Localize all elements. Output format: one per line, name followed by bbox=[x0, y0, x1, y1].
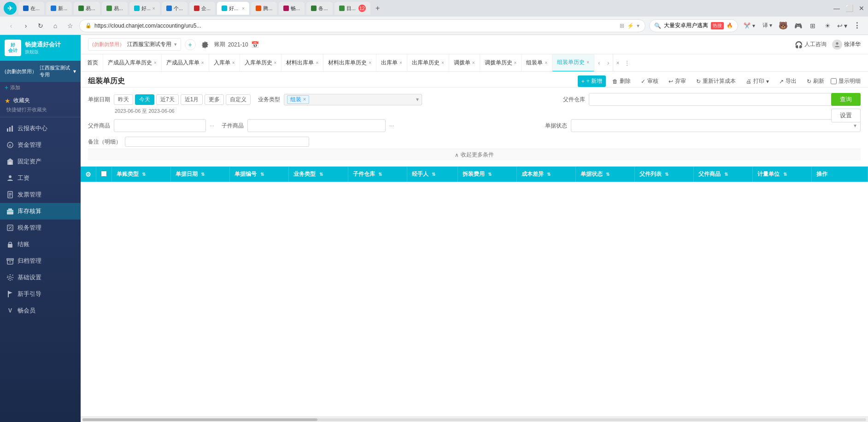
topnav-next[interactable]: › bbox=[604, 54, 613, 72]
th-handler[interactable]: 经手人 ⇅ bbox=[407, 167, 457, 182]
column-settings-icon[interactable]: ⚙ bbox=[85, 171, 91, 178]
tab-11[interactable]: 各... bbox=[306, 2, 332, 15]
select-all-checkbox[interactable] bbox=[101, 171, 107, 177]
tab-1[interactable]: 在... bbox=[18, 2, 44, 15]
forward-button[interactable]: › bbox=[20, 20, 31, 31]
topnav-close-12[interactable]: × bbox=[586, 60, 589, 65]
topnav-prev[interactable]: ‹ bbox=[594, 54, 604, 72]
period-selector[interactable]: 账期 2021-10 📅 bbox=[214, 40, 259, 48]
search-area[interactable]: 🔍 大量安卓用户逃离 热搜 🔥 bbox=[649, 19, 738, 32]
topnav-assemble-history[interactable]: 组装单历史 × bbox=[552, 54, 594, 72]
topnav-inbound[interactable]: 入库单 × bbox=[209, 54, 240, 72]
favorites-shortcut[interactable]: 快捷键打开收藏夹 bbox=[5, 106, 76, 113]
discard-button[interactable]: ↩ 弃审 bbox=[665, 75, 690, 87]
minimize-button[interactable]: — bbox=[833, 5, 840, 12]
add-account-btn[interactable]: + bbox=[185, 39, 196, 50]
back-button[interactable]: ‹ bbox=[6, 20, 17, 31]
business-type-dropdown[interactable]: ▾ bbox=[416, 96, 419, 103]
yesterday-btn[interactable]: 昨天 bbox=[114, 94, 133, 105]
topnav-close-9[interactable]: × bbox=[472, 60, 475, 65]
tab-6[interactable]: 个... bbox=[162, 2, 188, 15]
sidebar-item-settings[interactable]: 基础设置 bbox=[0, 269, 81, 286]
scrollbar-thumb[interactable] bbox=[82, 418, 317, 421]
recalculate-button[interactable]: ↻ 重新计算成本 bbox=[692, 75, 739, 87]
sidebar-item-invoice[interactable]: 发票管理 bbox=[0, 186, 81, 203]
today-btn[interactable]: 今天 bbox=[135, 94, 154, 105]
tab-close-8[interactable]: × bbox=[242, 6, 245, 11]
dropdown-arrow[interactable]: ▾ bbox=[637, 23, 639, 29]
refresh-button[interactable]: ↻ 刷新 bbox=[803, 75, 828, 87]
translate-btn[interactable]: 译 ▾ bbox=[761, 20, 774, 31]
sidebar-item-salary[interactable]: 工资 bbox=[0, 170, 81, 186]
delete-button[interactable]: 🗑 删除 bbox=[609, 75, 634, 87]
th-parent-goods[interactable]: 父件商品 ⇅ bbox=[694, 167, 753, 182]
new-tab-button[interactable]: + bbox=[372, 3, 383, 14]
collapse-btn[interactable]: ∧ 收起更多条件 bbox=[88, 149, 861, 161]
child-goods-ellipsis[interactable]: ··· bbox=[389, 122, 394, 129]
topnav-home[interactable]: 首页 bbox=[82, 54, 103, 72]
topnav-close-3[interactable]: × bbox=[232, 60, 235, 65]
sidebar-item-finance[interactable]: ¥ 资金管理 bbox=[0, 137, 81, 153]
undo-btn[interactable]: ↩ ▾ bbox=[837, 20, 848, 31]
remark-input[interactable] bbox=[125, 137, 309, 147]
user-area[interactable]: 徐泽华 bbox=[832, 40, 861, 50]
audit-button[interactable]: ✓ 审核 bbox=[637, 75, 662, 87]
service-btn[interactable]: 🎧 人工咨询 bbox=[795, 40, 827, 48]
extension-icon[interactable]: ⚡ bbox=[627, 23, 634, 29]
tab-9[interactable]: 腾... bbox=[251, 2, 277, 15]
sidebar-item-guide[interactable]: 新手引导 bbox=[0, 286, 81, 302]
topnav-material-out-history[interactable]: 材料出库单历史 × bbox=[323, 54, 376, 72]
show-detail-input[interactable] bbox=[831, 78, 837, 84]
th-checkbox[interactable] bbox=[96, 167, 112, 182]
topnav-close-4[interactable]: × bbox=[274, 60, 277, 65]
tab-2[interactable]: 新... bbox=[46, 2, 72, 15]
sidebar-item-inventory[interactable]: 库存核算 bbox=[0, 203, 81, 220]
th-parent-list[interactable]: 父件列表 ⇅ bbox=[635, 167, 694, 182]
reload-button[interactable]: ↻ bbox=[35, 20, 46, 31]
header-account-selector[interactable]: (勿删勿禁用） 江西服宝测试专用 ▾ bbox=[88, 38, 181, 51]
tab-7[interactable]: 企... bbox=[189, 2, 215, 15]
query-button[interactable]: 查询 bbox=[831, 93, 861, 106]
th-business-type[interactable]: 业务类型 ⇅ bbox=[289, 167, 348, 182]
topnav-assemble[interactable]: 组装单 × bbox=[522, 54, 552, 72]
remove-business-type-tag[interactable]: × bbox=[303, 96, 306, 103]
topnav-close-6[interactable]: × bbox=[369, 60, 371, 65]
topnav-outbound[interactable]: 出库单 × bbox=[376, 54, 407, 72]
th-type[interactable]: 单账类型 ⇅ bbox=[112, 167, 171, 182]
more-btn[interactable]: ⋮ bbox=[851, 20, 862, 31]
show-detail-checkbox[interactable]: 显示明细 bbox=[831, 77, 861, 85]
sidebar-item-archive[interactable]: 归档管理 bbox=[0, 253, 81, 269]
topnav-assembly-history[interactable]: 产成品入库单历史 × bbox=[103, 54, 162, 72]
th-settings[interactable]: ⚙ bbox=[81, 167, 96, 182]
sidebar-item-report[interactable]: 云报表中心 bbox=[0, 120, 81, 137]
topnav-close-5[interactable]: × bbox=[316, 60, 318, 65]
sidebar-item-asset[interactable]: 固定资产 bbox=[0, 153, 81, 170]
th-cost-diff[interactable]: 成本差异 ⇅ bbox=[516, 167, 575, 182]
tab-12[interactable]: 目... 12 bbox=[334, 2, 370, 15]
month-btn[interactable]: 近1月 bbox=[181, 94, 203, 105]
th-order-status[interactable]: 单据状态 ⇅ bbox=[575, 167, 634, 182]
topnav-close-8[interactable]: × bbox=[441, 60, 444, 65]
grid-btn[interactable]: ⊞ bbox=[807, 20, 818, 31]
tab-5[interactable]: 好... × bbox=[129, 2, 160, 15]
parent-warehouse-input[interactable] bbox=[589, 93, 852, 106]
scissors-btn[interactable]: ✂️ ▾ bbox=[742, 20, 757, 31]
bookmark-button[interactable]: ☆ bbox=[65, 20, 76, 31]
th-date[interactable]: 单据日期 ⇅ bbox=[171, 167, 230, 182]
topnav-close-2[interactable]: × bbox=[201, 60, 204, 65]
maximize-button[interactable]: ⬜ bbox=[845, 5, 853, 12]
settings-icon-btn[interactable] bbox=[199, 39, 211, 50]
more-btn[interactable]: 更多 bbox=[205, 94, 224, 105]
sidebar-item-tax[interactable]: 税务管理 bbox=[0, 220, 81, 236]
print-button[interactable]: 🖨 打印 ▾ bbox=[742, 75, 773, 87]
th-disassembly-fee[interactable]: 拆装费用 ⇅ bbox=[457, 167, 516, 182]
parent-goods-input[interactable] bbox=[114, 119, 206, 132]
topnav-close-7[interactable]: × bbox=[399, 60, 402, 65]
th-number[interactable]: 单据编号 ⇅ bbox=[230, 167, 289, 182]
brightness-btn[interactable]: ☀ bbox=[822, 20, 833, 31]
account-selector[interactable]: (勿删勿禁用） 江西服宝测试专用 ▾ bbox=[0, 61, 81, 82]
topnav-inbound-history[interactable]: 入库单历史 × bbox=[240, 54, 282, 72]
topnav-menu[interactable]: ⋮ bbox=[622, 54, 632, 72]
add-button[interactable]: + + 新增 bbox=[578, 75, 606, 87]
home-button[interactable]: ⌂ bbox=[50, 20, 61, 31]
